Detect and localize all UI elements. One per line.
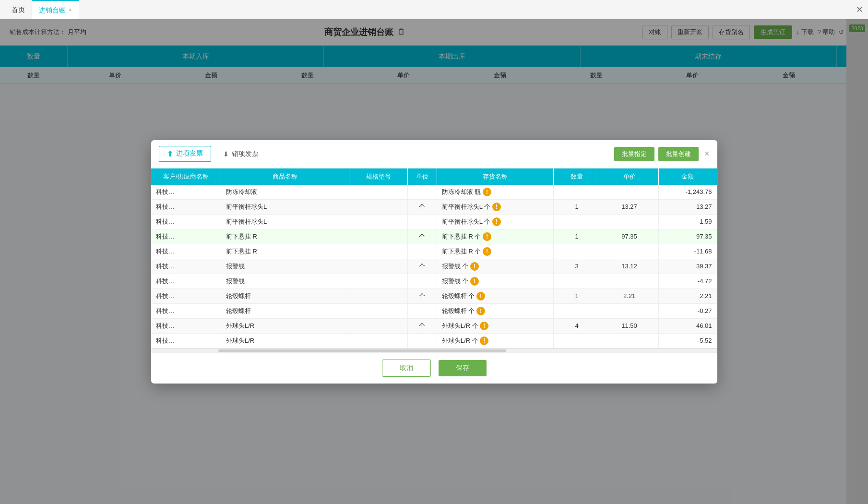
table-row[interactable]: 科技… 轮毂螺杆 个 轮毂螺杆 个 ! 1 2.21 2.21 <box>151 288 717 303</box>
cell-unit: 个 <box>408 318 437 333</box>
cell-amount: 13.27 <box>658 199 717 214</box>
cell-product: 前平衡杆球头L <box>221 214 349 229</box>
table-row[interactable]: 科技… 前平衡杆球头L 个 前平衡杆球头L 个 ! 1 13.27 13.27 <box>151 199 717 214</box>
cell-quantity <box>553 303 600 318</box>
table-row[interactable]: 科技… 轮毂螺杆 轮毂螺杆 个 ! -0.27 <box>151 303 717 318</box>
cell-product: 报警线 <box>221 259 349 274</box>
cell-supplier: 科技… <box>151 288 221 303</box>
cell-inventory: 前平衡杆球头L 个 ! <box>437 214 553 229</box>
dialog-overlay: ⬆ 进项发票 ⬇ 销项发票 批量指定 批量创建 × 客户 <box>0 19 868 504</box>
table-row[interactable]: 科技… 报警线 报警线 个 ! -4.72 <box>151 274 717 288</box>
cell-product: 轮毂螺杆 <box>221 303 349 318</box>
cell-inventory: 轮毂螺杆 个 ! <box>437 303 553 318</box>
tab-close-icon[interactable]: × <box>69 0 72 20</box>
window-close-icon[interactable]: ✕ <box>856 4 863 15</box>
warning-icon: ! <box>492 203 501 211</box>
cell-unit: 个 <box>408 229 437 244</box>
cell-amount: 39.37 <box>658 259 717 274</box>
cell-unit-price: 13.27 <box>600 199 659 214</box>
cell-inventory: 报警线 个 ! <box>437 259 553 274</box>
cell-quantity: 4 <box>553 318 600 333</box>
tab-inbound-invoice[interactable]: ⬆ 进项发票 <box>159 146 211 162</box>
table-row[interactable]: 科技… 前下悬挂 R 个 前下悬挂 R 个 ! 1 97.35 97.35 <box>151 229 717 244</box>
cell-spec <box>349 274 408 288</box>
warning-icon: ! <box>470 277 479 286</box>
cell-inventory: 轮毂螺杆 个 ! <box>437 288 553 303</box>
tab-active[interactable]: 进销台账 × <box>32 0 79 19</box>
table-row[interactable]: 科技… 前平衡杆球头L 前平衡杆球头L 个 ! -1.59 <box>151 214 717 229</box>
cell-supplier: 科技… <box>151 185 221 200</box>
warning-icon: ! <box>483 188 491 196</box>
save-button[interactable]: 保存 <box>439 360 487 376</box>
batch-create-button[interactable]: 批量创建 <box>658 147 699 161</box>
batch-assign-button[interactable]: 批量指定 <box>614 147 654 161</box>
warning-icon: ! <box>483 232 491 241</box>
cancel-button[interactable]: 取消 <box>382 360 431 377</box>
cell-quantity: 1 <box>553 199 600 214</box>
tab-home[interactable]: 首页 <box>5 0 32 19</box>
cell-inventory: 前下悬挂 R 个 ! <box>437 244 553 259</box>
col-amount: 金额 <box>658 168 717 185</box>
active-tab-label: 进销台账 <box>39 0 66 20</box>
cell-spec <box>349 244 408 259</box>
cell-unit-price: 11.50 <box>600 318 659 333</box>
cell-product: 前平衡杆球头L <box>221 199 349 214</box>
dialog-close-button[interactable]: × <box>704 149 710 159</box>
cell-quantity <box>553 333 600 348</box>
cell-quantity <box>553 274 600 288</box>
cell-inventory: 前平衡杆球头L 个 ! <box>437 199 553 214</box>
table-row[interactable]: 科技… 防冻冷却液 防冻冷却液 瓶 ! -1,243.76 <box>151 185 717 200</box>
cell-unit <box>408 214 437 229</box>
warning-icon: ! <box>480 322 488 330</box>
warning-icon: ! <box>476 307 485 315</box>
cell-unit-price: 97.35 <box>600 229 659 244</box>
cell-spec <box>349 259 408 274</box>
warning-icon: ! <box>492 217 501 226</box>
inbound-icon: ⬆ <box>167 149 173 158</box>
cell-unit-price <box>600 303 659 318</box>
dialog-header-actions: 批量指定 批量创建 <box>614 147 699 161</box>
cell-spec <box>349 333 408 348</box>
warning-icon: ! <box>480 336 488 345</box>
cell-spec <box>349 303 408 318</box>
cell-product: 外球头L/R <box>221 333 349 348</box>
cell-unit: 个 <box>408 288 437 303</box>
cell-amount: -0.27 <box>658 303 717 318</box>
warning-icon: ! <box>483 247 491 256</box>
cell-amount: -5.52 <box>658 333 717 348</box>
cell-supplier: 科技… <box>151 244 221 259</box>
cell-unit-price: 2.21 <box>600 288 659 303</box>
tab-outbound-invoice[interactable]: ⬇ 销项发票 <box>215 146 267 162</box>
cell-supplier: 科技… <box>151 199 221 214</box>
cell-inventory: 报警线 个 ! <box>437 274 553 288</box>
cell-unit-price <box>600 214 659 229</box>
col-unit: 单位 <box>408 168 437 185</box>
cell-unit: 个 <box>408 199 437 214</box>
table-row[interactable]: 科技… 前下悬挂 R 前下悬挂 R 个 ! -11.68 <box>151 244 717 259</box>
col-supplier: 客户/供应商名称 <box>151 168 221 185</box>
table-row[interactable]: 科技… 外球头L/R 外球头L/R 个 ! -5.52 <box>151 333 717 348</box>
cell-quantity <box>553 185 600 200</box>
main-content: 销售成本计算方法： 月平均 商贸企业进销台账 🗒 对账 重新开账 存货别名 生成… <box>0 19 868 504</box>
cell-spec <box>349 214 408 229</box>
cell-product: 轮毂螺杆 <box>221 288 349 303</box>
cell-supplier: 科技… <box>151 303 221 318</box>
cell-product: 外球头L/R <box>221 318 349 333</box>
scroll-thumb[interactable] <box>218 349 506 352</box>
cell-supplier: 科技… <box>151 259 221 274</box>
scroll-hint <box>151 348 717 352</box>
cell-quantity <box>553 214 600 229</box>
outbound-tab-label: 销项发票 <box>232 150 259 158</box>
cell-quantity: 1 <box>553 229 600 244</box>
dialog-table-wrap: 客户/供应商名称 商品名称 规格型号 单位 存货名称 数量 单价 金额 科技… … <box>151 168 717 348</box>
cell-supplier: 科技… <box>151 214 221 229</box>
table-row[interactable]: 科技… 外球头L/R 个 外球头L/R 个 ! 4 11.50 46.01 <box>151 318 717 333</box>
col-spec: 规格型号 <box>349 168 408 185</box>
cell-spec <box>349 288 408 303</box>
dialog-footer: 取消 保存 <box>151 352 717 384</box>
cell-unit <box>408 333 437 348</box>
col-qty: 数量 <box>553 168 600 185</box>
cell-inventory: 外球头L/R 个 ! <box>437 318 553 333</box>
inbound-tab-label: 进项发票 <box>176 149 203 158</box>
table-row[interactable]: 科技… 报警线 个 报警线 个 ! 3 13.12 39.37 <box>151 259 717 274</box>
